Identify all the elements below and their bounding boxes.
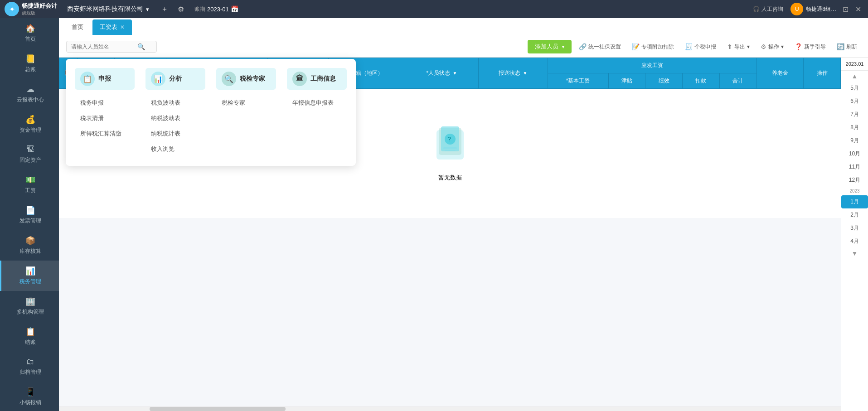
cal-month-5[interactable]: 5月 [841, 82, 868, 95]
close-period-icon: 📋 [25, 327, 35, 337]
shenbao-cat-label: 申报 [98, 75, 111, 83]
cal-month-12[interactable]: 12月 [841, 174, 868, 187]
th-operation: 操作 [804, 58, 841, 89]
menu-item-payment-fluctuation[interactable]: 纳税波动表 [145, 111, 205, 126]
dropdown-menu: 📋 申报 税务申报 税表清册 所得税汇算清缴 📊 分析 税负波动表 纳税波动表 … [66, 59, 356, 166]
search-input[interactable] [71, 44, 135, 50]
cal-year-2023: 2023 [841, 187, 868, 195]
new-guide-btn[interactable]: ❓ 新手引导 [791, 41, 829, 53]
sidebar-item-archive[interactable]: 🗂 归档管理 [0, 352, 59, 382]
menu-item-income-browse[interactable]: 收入浏览 [145, 141, 205, 157]
cal-month-2[interactable]: 2月 [841, 208, 868, 222]
refresh-btn[interactable]: 🔄 刷新 [833, 41, 861, 53]
tab-salary[interactable]: 工资表 ✕ [92, 19, 132, 35]
operations-icon: ⚙ [761, 43, 766, 50]
salary-icon: 💵 [25, 175, 35, 185]
sidebar-item-invoice[interactable]: 📄 发票管理 [0, 200, 59, 230]
company-selector[interactable]: 西安虾米网络科技有限公司 ▾ [63, 3, 153, 15]
cal-scroll-up[interactable]: ▲ [841, 71, 868, 82]
cal-month-9[interactable]: 9月 [841, 134, 868, 147]
menu-item-tax-declare[interactable]: 税务申报 [75, 95, 135, 111]
logo-icon: ✦ [5, 2, 19, 16]
service-btn[interactable]: 🎧 人工咨询 [753, 5, 783, 13]
right-panel: 2023.01 ▲ 5月 6月 7月 8月 9月 10月 11月 12月 202… [841, 58, 868, 411]
close-btn[interactable]: ✕ [853, 4, 863, 15]
sidebar-item-cloud-report[interactable]: ☁ 云报表中心 [0, 79, 59, 109]
app-logo: ✦ 畅捷通好会计 旗舰版 [5, 2, 63, 16]
menu-item-tax-fluctuation[interactable]: 税负波动表 [145, 95, 205, 111]
cal-month-11[interactable]: 11月 [841, 160, 868, 174]
menu-cat-fenxi: 📊 分析 税负波动表 纳税波动表 纳税统计表 收入浏览 [145, 68, 205, 157]
svg-rect-5 [443, 147, 457, 149]
multi-org-icon: 🏢 [25, 296, 35, 306]
sidebar-item-inventory[interactable]: 📦 库存核算 [0, 230, 59, 261]
sidebar-item-ledger[interactable]: 📒 总账 [0, 48, 59, 79]
inventory-icon: 📦 [25, 236, 35, 246]
search-box[interactable]: 🔍 [66, 41, 157, 53]
right-panel-title: 2023.01 [841, 58, 868, 71]
calendar-icon[interactable]: 📅 [231, 5, 238, 13]
company-dropdown-arrow[interactable]: ▾ [146, 6, 149, 13]
sidebar-item-tax[interactable]: 📊 税务管理 [0, 261, 59, 291]
cal-month-6[interactable]: 6月 [841, 95, 868, 108]
th-total: 合计 [719, 73, 756, 89]
cloud-icon: ☁ [26, 84, 34, 94]
period-label: 账期 [194, 5, 205, 13]
sidebar-item-xiao-chang[interactable]: 📱 小畅报销 [0, 382, 59, 411]
sidebar-item-close[interactable]: 📋 结账 [0, 321, 59, 352]
sidebar-item-fixed-assets[interactable]: 🏗 固定资产 [0, 140, 59, 169]
export-label: 导出 [734, 43, 745, 51]
tab-salary-close[interactable]: ✕ [120, 24, 125, 30]
sidebar-item-salary[interactable]: 💵 工资 [0, 169, 59, 200]
social-security-label: 统一社保设置 [588, 43, 621, 51]
empty-text: 暂无数据 [438, 174, 462, 182]
new-guide-icon: ❓ [795, 43, 802, 50]
settings-icon[interactable]: ⚙ [175, 3, 187, 15]
cal-month-10[interactable]: 10月 [841, 147, 868, 160]
menu-item-tax-stat[interactable]: 纳税统计表 [145, 126, 205, 141]
tax-declare-btn[interactable]: 🧾 个税申报 [681, 41, 720, 53]
minimize-btn[interactable]: ⊡ [840, 4, 851, 15]
period-value: 2023-01 [207, 6, 229, 13]
bottom-scrollbar[interactable] [59, 406, 841, 411]
menu-item-annual-report[interactable]: 年报信息申报表 [287, 95, 347, 111]
user-name: 畅捷通8组… [806, 5, 836, 13]
menu-cat-shuijian-header: 🔍 税检专家 [216, 68, 276, 90]
cal-month-8[interactable]: 8月 [841, 121, 868, 134]
tab-bar: 首页 工资表 ✕ [59, 18, 868, 36]
sidebar-item-fund[interactable]: 💰 资金管理 [0, 109, 59, 140]
menu-item-tax-expert[interactable]: 税检专家 [216, 95, 276, 111]
cal-month-4[interactable]: 4月 [841, 235, 868, 248]
tab-home-label: 首页 [72, 23, 83, 31]
user-info[interactable]: U 畅捷通8组… [790, 3, 836, 15]
menu-item-income-clear[interactable]: 所得税汇算清缴 [75, 126, 135, 141]
add-company-btn[interactable]: ＋ [158, 3, 171, 15]
cal-month-1[interactable]: 1月 [841, 195, 868, 208]
sidebar: 🏠 首页 📒 总账 ☁ 云报表中心 💰 资金管理 🏗 固定资产 💵 工资 📄 发… [0, 18, 59, 411]
add-dropdown-arrow: ▾ [562, 44, 564, 49]
special-deduct-btn[interactable]: 📝 专项附加扣除 [628, 41, 678, 53]
xiaochang-icon: 📱 [25, 387, 35, 397]
tax-icon: 📊 [25, 266, 35, 276]
export-btn[interactable]: ⬆ 导出 ▾ [723, 41, 753, 53]
cal-scroll-down[interactable]: ▼ [841, 248, 868, 259]
add-person-btn[interactable]: 添加人员 ▾ [528, 40, 572, 53]
archive-icon: 🗂 [26, 357, 34, 367]
cal-month-7[interactable]: 7月 [841, 108, 868, 121]
invoice-icon: 📄 [25, 205, 35, 215]
operations-btn[interactable]: ⚙ 操作 ▾ [757, 41, 787, 53]
sidebar-item-home[interactable]: 🏠 首页 [0, 18, 59, 48]
refresh-label: 刷新 [846, 43, 857, 51]
app-name: 畅捷通好会计 [22, 2, 57, 10]
tab-home[interactable]: 首页 [64, 19, 91, 35]
refresh-icon: 🔄 [837, 43, 844, 50]
cal-month-3[interactable]: 3月 [841, 222, 868, 235]
gongshang-cat-icon: 🏛 [292, 72, 307, 86]
social-security-btn[interactable]: 🔗 统一社保设置 [575, 41, 625, 53]
scrollbar-thumb[interactable] [150, 407, 286, 411]
menu-item-tax-table[interactable]: 税表清册 [75, 111, 135, 126]
company-name: 西安虾米网络科技有限公司 [67, 5, 143, 13]
operations-label: 操作 [768, 43, 779, 51]
sidebar-item-multi-org[interactable]: 🏢 多机构管理 [0, 291, 59, 321]
menu-cat-gongshang: 🏛 工商信息 年报信息申报表 [287, 68, 347, 157]
